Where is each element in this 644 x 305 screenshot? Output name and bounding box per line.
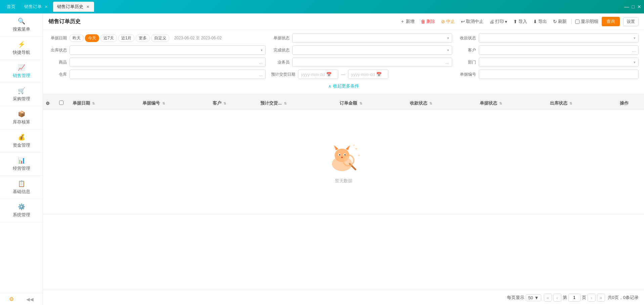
order-no-input[interactable] bbox=[479, 70, 639, 79]
date-range: 2023-06-02 至 2023-06-02 bbox=[174, 35, 221, 41]
page-number-input[interactable] bbox=[568, 294, 581, 302]
prev-page-button[interactable]: ‹ bbox=[553, 294, 561, 302]
order-status-select[interactable]: ▾ bbox=[292, 33, 452, 43]
close-window-icon[interactable]: ✕ bbox=[637, 4, 641, 9]
print-icon: 🖨 bbox=[489, 19, 494, 24]
out-status-select[interactable]: ▾ bbox=[70, 45, 266, 55]
sidebar-item-basic[interactable]: 📋 基础信息 bbox=[0, 176, 43, 199]
tab-sales-order[interactable]: 销售订单 ✕ bbox=[20, 2, 52, 12]
sidebar-setting-icon[interactable]: ⚙ bbox=[9, 296, 14, 302]
date-btn-yesterday[interactable]: 昨天 bbox=[70, 34, 84, 42]
complete-status-select[interactable]: ▾ bbox=[292, 45, 452, 55]
receipt-status-select[interactable]: ▾ bbox=[479, 33, 639, 43]
sidebar-item-quicknav[interactable]: ⚡ 快捷导航 bbox=[0, 37, 43, 60]
table-col-delivery[interactable]: 预计交货... ⇅ bbox=[258, 97, 337, 110]
product-label: 商品 bbox=[48, 60, 67, 65]
select-all-checkbox[interactable] bbox=[59, 101, 63, 105]
filter-row-4: 仓库 ... 预计交货日期 yyyy-mm-dd 📅 — yyyy-mm-dd … bbox=[48, 70, 639, 79]
table-col-check[interactable] bbox=[56, 97, 70, 110]
empty-state-cell: ✦ ✦ ✦ 暂无数据 bbox=[43, 110, 644, 215]
sidebar-item-search[interactable]: 🔍 搜索菜单 bbox=[0, 13, 43, 37]
sidebar-collapse-icon[interactable]: ◀◀ bbox=[26, 297, 34, 302]
export-icon: ⬇ bbox=[533, 19, 537, 24]
refresh-button[interactable]: ↻ 刷新 bbox=[552, 18, 568, 25]
product-field[interactable]: ... bbox=[70, 58, 266, 67]
table-col-order-status[interactable]: 单据状态 ⇅ bbox=[477, 97, 547, 110]
minimize-icon[interactable]: — bbox=[625, 4, 629, 9]
sidebar-item-search-label: 搜索菜单 bbox=[13, 26, 30, 32]
tab-sales-order-close[interactable]: ✕ bbox=[44, 4, 48, 9]
first-page-icon: « bbox=[547, 295, 549, 300]
col-orderno-label: 单据编号 bbox=[142, 101, 160, 106]
last-page-button[interactable]: » bbox=[597, 294, 605, 302]
content-area: 销售订单历史 ＋ 新增 🗑 删除 ⊘ 中止 ↩ 取消中止 bbox=[43, 13, 644, 305]
stop-button[interactable]: ⊘ 中止 bbox=[440, 18, 456, 25]
sidebar-item-finance-label: 资金管理 bbox=[13, 142, 30, 148]
cancel-stop-icon: ↩ bbox=[461, 19, 465, 24]
setting-button[interactable]: 设置 bbox=[623, 17, 639, 26]
filter-out-status: 出库状态 ▾ bbox=[48, 45, 266, 55]
add-label: 新增 bbox=[406, 18, 415, 25]
delivery-date-start[interactable]: yyyy-mm-dd 📅 bbox=[298, 70, 338, 79]
svg-point-10 bbox=[341, 157, 343, 158]
filter-receipt-status: 收款状态 ▾ bbox=[458, 33, 639, 43]
table-col-amount[interactable]: 订单金额 ⇅ bbox=[337, 97, 407, 110]
sidebar-item-inventory[interactable]: 📦 库存核算 bbox=[0, 106, 43, 129]
page-unit: 页 bbox=[582, 295, 586, 301]
table-col-receipt-status[interactable]: 收款状态 ⇅ bbox=[407, 97, 477, 110]
sidebar-item-system[interactable]: ⚙️ 系统管理 bbox=[0, 199, 43, 222]
date-btn-custom[interactable]: 自定义 bbox=[151, 34, 169, 42]
first-page-button[interactable]: « bbox=[544, 294, 552, 302]
sidebar-item-purchase[interactable]: 🛒 采购管理 bbox=[0, 83, 43, 106]
warehouse-field[interactable]: ... bbox=[70, 70, 266, 79]
tab-sales-order-history[interactable]: 销售订单历史 ✕ bbox=[53, 2, 94, 12]
delete-button[interactable]: 🗑 删除 bbox=[419, 18, 436, 25]
salesman-field[interactable]: ... bbox=[292, 58, 452, 67]
show-detail-checkbox[interactable]: 显示明细 bbox=[575, 18, 598, 25]
tab-sales-order-history-close[interactable]: ✕ bbox=[85, 4, 90, 9]
sidebar-item-operation[interactable]: 📊 经营管理 bbox=[0, 153, 43, 176]
filter-complete-status: 完成状态 ▾ bbox=[271, 45, 452, 55]
sort-amount-icon: ⇅ bbox=[359, 102, 362, 105]
date-btn-today[interactable]: 今天 bbox=[85, 34, 99, 42]
page-size-select: 每页显示 50 ▼ bbox=[507, 294, 541, 301]
date-btn-7days[interactable]: 近7天 bbox=[100, 34, 117, 42]
cancel-stop-button[interactable]: ↩ 取消中止 bbox=[460, 18, 485, 25]
customer-field[interactable]: ... bbox=[479, 45, 639, 55]
print-button[interactable]: 🖨 打印 ▾ bbox=[488, 18, 509, 25]
dept-select[interactable]: ▾ bbox=[479, 58, 639, 67]
col-date-label: 单据日期 bbox=[73, 101, 90, 106]
table-col-gear[interactable]: ⚙ bbox=[43, 97, 56, 110]
table-col-orderno[interactable]: 单据编号 ⇅ bbox=[140, 97, 210, 110]
col-order-status-label: 单据状态 bbox=[480, 101, 497, 106]
operation-icon: 📊 bbox=[18, 157, 25, 164]
next-page-button[interactable]: › bbox=[588, 294, 596, 302]
inventory-icon: 📦 bbox=[18, 110, 25, 118]
add-button[interactable]: ＋ 新增 bbox=[399, 18, 416, 25]
delivery-date-label: 预计交货日期 bbox=[271, 72, 295, 77]
date-btn-1month[interactable]: 近1月 bbox=[118, 34, 135, 42]
sidebar-item-finance[interactable]: 💰 资金管理 bbox=[0, 129, 43, 153]
warehouse-label: 仓库 bbox=[48, 72, 67, 77]
table-col-customer[interactable]: 客户 ⇅ bbox=[210, 97, 258, 110]
table-col-date[interactable]: 单据日期 ⇅ bbox=[70, 97, 140, 110]
sidebar-item-sales[interactable]: 📈 销售管理 bbox=[0, 60, 43, 83]
collapse-row[interactable]: ∧ 收起更多条件 bbox=[48, 82, 639, 90]
order-status-arrow: ▾ bbox=[447, 36, 449, 40]
export-button[interactable]: ⬇ 导出 bbox=[532, 18, 548, 25]
maximize-icon[interactable]: □ bbox=[632, 4, 635, 9]
query-button[interactable]: 查询 bbox=[602, 17, 620, 26]
page-size-box[interactable]: 50 ▼ bbox=[526, 294, 541, 301]
show-detail-check[interactable] bbox=[575, 20, 579, 24]
receipt-status-label: 收款状态 bbox=[458, 35, 476, 41]
import-button[interactable]: ⬆ 导入 bbox=[512, 18, 528, 25]
col-action-label: 操作 bbox=[620, 101, 629, 106]
date-btn-more[interactable]: 更多 bbox=[136, 34, 150, 42]
table-header: ⚙ 单据日期 ⇅ 单据编号 ⇅ bbox=[43, 97, 644, 110]
delete-icon: 🗑 bbox=[421, 19, 425, 24]
tab-home[interactable]: 首页 bbox=[3, 2, 19, 12]
system-icon: ⚙️ bbox=[18, 203, 25, 211]
delivery-date-end[interactable]: yyyy-mm-dd 📅 bbox=[348, 70, 388, 79]
table-col-out-status[interactable]: 出库状态 ⇅ bbox=[547, 97, 617, 110]
page-header: 销售订单历史 ＋ 新增 🗑 删除 ⊘ 中止 ↩ 取消中止 bbox=[43, 13, 644, 30]
